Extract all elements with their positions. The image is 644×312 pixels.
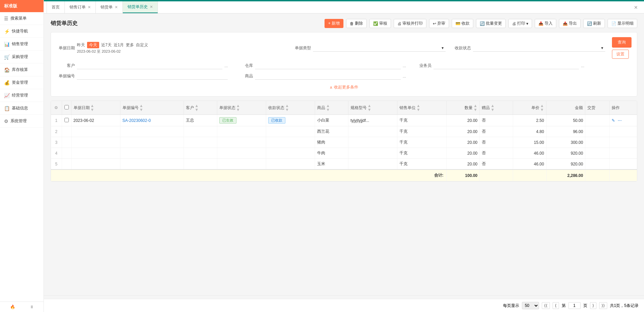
abandon-button[interactable]: ↩ 弃审	[429, 19, 449, 28]
sort-customer[interactable]: 客户 ▲▼	[186, 104, 199, 112]
sort-payment-status[interactable]: 收款状态 ▲▼	[268, 104, 289, 112]
filter-product-input[interactable]	[255, 73, 400, 80]
sidebar-logo: 标准版	[0, 0, 44, 12]
edit-action[interactable]: ✎	[612, 118, 615, 123]
filter-customer-input[interactable]	[77, 62, 222, 69]
row-checkbox[interactable]	[64, 118, 69, 122]
sidebar-footer-icon1[interactable]: 🔥	[10, 305, 15, 309]
cell-payment-status	[266, 159, 315, 170]
cell-price: 15.00	[513, 137, 546, 148]
close-all-tabs-btn[interactable]: ✕	[631, 5, 641, 10]
summary-transaction-filler	[585, 170, 610, 181]
audit-button[interactable]: ✅ 审核	[369, 19, 391, 28]
sidebar-item-operations[interactable]: 📈 经营管理	[0, 89, 44, 102]
table-gear-icon[interactable]: ⚙	[54, 105, 58, 110]
batch-change-button[interactable]: 🔄 批量变更	[476, 19, 506, 28]
sidebar-item-sales-mgmt[interactable]: 📊 销售管理	[0, 38, 44, 51]
th-gear[interactable]: ⚙	[51, 101, 62, 115]
date-shortcut-more[interactable]: 更多	[126, 42, 134, 48]
date-shortcut-today[interactable]: 今天	[87, 42, 99, 48]
delete-button[interactable]: 🗑 删除	[346, 19, 367, 28]
sort-spec[interactable]: 规格型号 ▲▼	[351, 104, 371, 112]
audit-print-icon: 🖨	[397, 21, 401, 26]
filter-payment-status-select[interactable]: ▾	[473, 45, 605, 52]
tab-sales-invoice[interactable]: 销货单 ✕	[96, 1, 123, 13]
export-button[interactable]: 📤 导出	[559, 19, 581, 28]
date-shortcut-yesterday[interactable]: 昨天	[77, 42, 85, 48]
refresh-button[interactable]: 🔃 刷新	[583, 19, 605, 28]
cell-doc-no	[120, 159, 184, 170]
sidebar-item-finance[interactable]: 💰 资金管理	[0, 76, 44, 89]
sidebar-item-basic-info[interactable]: 📋 基础信息	[0, 102, 44, 115]
select-all-checkbox[interactable]	[64, 105, 69, 109]
finance-icon: 💰	[4, 80, 10, 85]
cell-seq: 5	[51, 159, 62, 170]
page-size-select[interactable]: 20 50 100	[522, 302, 539, 309]
show-detail-button[interactable]: 📄 显示明细	[608, 19, 637, 28]
date-shortcut-custom[interactable]: 自定义	[136, 42, 148, 48]
sort-doc-no[interactable]: 单据编号 ▲▼	[122, 104, 143, 112]
tab-sales-history[interactable]: 销货单历史 ✕	[123, 1, 158, 13]
prev-page-btn[interactable]: ⟨	[553, 302, 559, 309]
filter-warehouse-input[interactable]	[255, 62, 400, 69]
filter-doc-no-input[interactable]	[77, 73, 228, 80]
add-button[interactable]: + 新增	[325, 19, 343, 28]
tab-sales-order[interactable]: 销售订单 ✕	[65, 1, 96, 13]
tab-sales-order-close[interactable]: ✕	[88, 5, 91, 9]
cell-customer	[184, 126, 217, 137]
tab-sales-invoice-close[interactable]: ✕	[115, 5, 118, 9]
sidebar-item-search-menu-label: 搜索菜单	[10, 16, 27, 21]
sidebar-footer-icon2[interactable]: ⏸	[30, 305, 34, 309]
page-number-input[interactable]	[568, 302, 581, 309]
cell-unit: 千克	[397, 137, 446, 148]
filter-salesperson-input[interactable]	[433, 62, 579, 69]
query-button[interactable]: 查询	[612, 37, 632, 48]
print-button[interactable]: 🖨 打印 ▾	[508, 19, 532, 28]
sort-arrows-unit: ▲▼	[416, 104, 420, 112]
cell-date	[71, 148, 120, 159]
tab-home[interactable]: 首页	[47, 1, 65, 13]
collect-button[interactable]: 💳 收款	[452, 19, 473, 28]
sort-product[interactable]: 商品 ▲▼	[317, 104, 330, 112]
sort-price[interactable]: 单价 ▲▼	[531, 104, 544, 112]
sort-unit[interactable]: 销售单位 ▲▼	[399, 104, 420, 112]
sidebar-item-purchase-mgmt[interactable]: 🛒 采购管理	[0, 51, 44, 63]
filter-salesperson-dots[interactable]: ...	[581, 63, 584, 68]
cell-date	[71, 137, 120, 148]
date-shortcut-7days[interactable]: 近7天	[101, 42, 112, 48]
sidebar-item-inventory[interactable]: 🏠 库存核算	[0, 63, 44, 76]
sidebar-item-search-menu[interactable]: ☰ 搜索菜单	[0, 12, 44, 25]
sort-date[interactable]: 单据日期 ▲▼	[74, 104, 94, 112]
settings-button[interactable]: 设置	[612, 50, 629, 59]
filter-customer: 客户 ...	[56, 62, 228, 69]
filter-warehouse-dots[interactable]: ...	[403, 63, 406, 68]
sort-gift[interactable]: 赠品 ▲▼	[482, 104, 495, 112]
sidebar-item-sys-mgmt[interactable]: ⚙ 系统管理	[0, 115, 44, 128]
sort-doc-status[interactable]: 单据状态 ▲▼	[219, 104, 240, 112]
filter-product-dots[interactable]: ...	[403, 74, 406, 79]
next-page-btn[interactable]: ⟩	[590, 302, 596, 309]
horizontal-scrollbar[interactable]	[44, 295, 644, 299]
sort-arrows-qty: ▲▼	[473, 104, 477, 112]
audit-print-button[interactable]: 🖨 审核并打印	[394, 19, 426, 28]
last-page-btn[interactable]: ⟩⟩	[599, 302, 607, 309]
filter-customer-dots[interactable]: ...	[224, 63, 228, 68]
cell-payment-status	[266, 126, 315, 137]
import-button[interactable]: 📥 导入	[535, 19, 556, 28]
date-shortcut-1month[interactable]: 近1月	[114, 42, 124, 48]
sidebar-item-quick-nav[interactable]: ⚡ 快捷导航	[0, 25, 44, 38]
cell-price: 2.50	[513, 115, 546, 126]
sort-qty[interactable]: 数量 ▲▼	[465, 104, 477, 112]
filter-doc-type-select[interactable]: ▾	[313, 45, 445, 52]
cell-doc-status	[217, 137, 266, 148]
abandon-icon: ↩	[433, 21, 436, 26]
first-page-btn[interactable]: ⟨⟨	[542, 302, 550, 309]
cell-product: 小白菜	[315, 115, 348, 126]
purchase-mgmt-icon: 🛒	[4, 54, 10, 60]
tab-sales-history-close[interactable]: ✕	[150, 5, 153, 9]
th-qty: 数量 ▲▼	[446, 101, 480, 115]
cell-date	[71, 159, 120, 170]
print-dropdown-icon: ▾	[526, 21, 528, 26]
collapse-button[interactable]: ∧ 收起更多条件	[56, 83, 632, 92]
more-action[interactable]: ⋯	[618, 118, 622, 123]
